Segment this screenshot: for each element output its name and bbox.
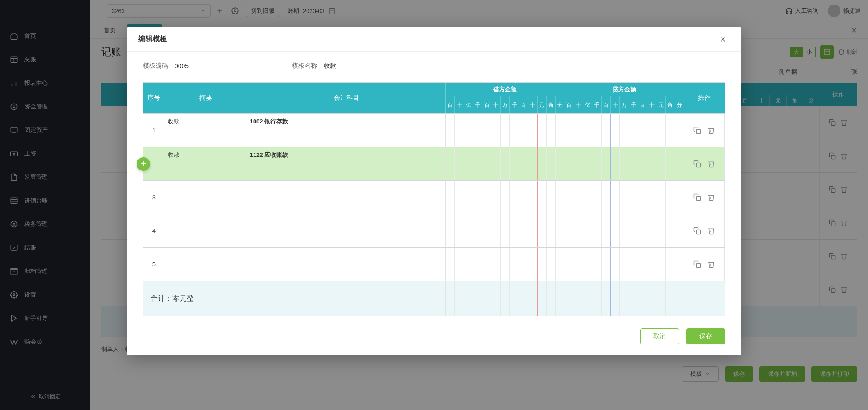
copy-icon[interactable] [693,193,701,201]
row-account[interactable]: 1122 应收账款 [247,147,446,180]
svg-rect-41 [696,163,700,167]
row-summary[interactable]: 收款 [165,147,247,180]
template-name-label: 模板名称 [292,62,317,70]
trash-icon[interactable] [708,193,715,201]
row-credit[interactable] [565,248,684,281]
row-ops [684,114,725,147]
svg-rect-43 [696,230,700,234]
copy-icon[interactable] [693,127,701,134]
row-ops [684,147,725,180]
row-account[interactable] [247,181,446,214]
cancel-button[interactable]: 取消 [640,328,679,344]
modal-close-button[interactable] [716,33,730,46]
row-summary[interactable]: 收款 [165,114,247,147]
trash-icon[interactable] [708,160,715,168]
row-summary[interactable] [165,214,247,247]
row-account[interactable]: 1002 银行存款 [247,114,446,147]
col-summary: 摘要 [165,83,247,113]
copy-icon[interactable] [693,260,701,268]
svg-rect-44 [696,263,700,267]
edit-template-modal: 编辑模板 模板编码 模板名称 序号 摘要 会计科目 [127,27,741,355]
row-seq: 3 [143,181,165,214]
template-code-input[interactable] [175,60,265,72]
row-debit[interactable] [446,214,565,247]
template-table: 序号 摘要 会计科目 借方金额 百十亿千百十万千百十元角分 贷方金额 百十亿千百… [143,82,725,316]
add-row-button[interactable]: + [137,157,150,171]
table-row[interactable]: +1收款1002 银行存款 [143,113,725,147]
template-code-label: 模板编码 [143,62,168,70]
col-debit: 借方金额 [446,83,565,96]
row-debit[interactable] [446,147,565,180]
svg-rect-40 [696,129,700,133]
row-seq: 5 [143,248,165,281]
row-ops [684,248,725,281]
trash-icon[interactable] [708,127,715,134]
save-button[interactable]: 保存 [686,328,725,344]
total-label: 合计：零元整 [143,281,446,316]
trash-icon[interactable] [708,260,715,268]
row-credit[interactable] [565,147,684,180]
table-row[interactable]: +5 [143,247,725,281]
row-seq: 4 [143,214,165,247]
template-name-input[interactable] [324,60,414,72]
col-ops: 操作 [684,83,725,113]
row-account[interactable] [247,214,446,247]
row-summary[interactable] [165,181,247,214]
copy-icon[interactable] [693,227,701,235]
row-credit[interactable] [565,214,684,247]
table-row[interactable]: +4 [143,214,725,247]
close-icon [719,35,727,43]
copy-icon[interactable] [693,160,701,168]
row-summary[interactable] [165,248,247,281]
col-seq: 序号 [143,83,165,113]
row-account[interactable] [247,248,446,281]
col-account: 会计科目 [247,83,446,113]
trash-icon[interactable] [708,227,715,235]
table-row[interactable]: +3 [143,180,725,214]
svg-rect-42 [696,196,700,200]
row-debit[interactable] [446,114,565,147]
table-row[interactable]: +收款1122 应收账款 [143,147,725,180]
modal-title: 编辑模板 [138,34,167,44]
row-credit[interactable] [565,114,684,147]
row-ops [684,214,725,247]
row-seq: 1 [143,114,165,147]
row-debit[interactable] [446,248,565,281]
row-ops [684,181,725,214]
row-credit[interactable] [565,181,684,214]
row-debit[interactable] [446,181,565,214]
col-credit: 贷方金额 [565,83,684,96]
